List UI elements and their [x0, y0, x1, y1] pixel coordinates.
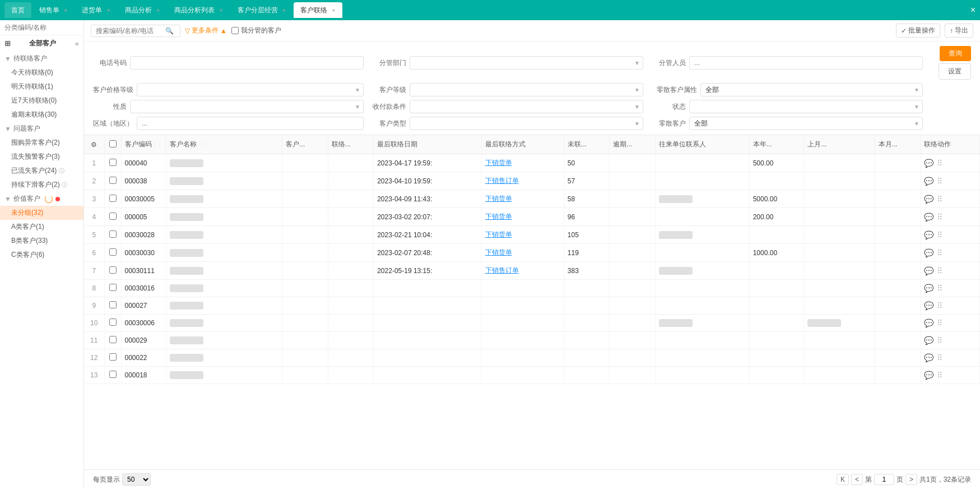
nature-select[interactable]: [130, 100, 364, 113]
customer-level-select[interactable]: [410, 83, 643, 96]
sort-icon2[interactable]: ⋮⋮: [198, 142, 207, 147]
message-icon[interactable]: 💬: [924, 195, 933, 204]
col-checkbox[interactable]: [104, 135, 121, 154]
sidebar-item-abnormal[interactable]: 囤购异常客户(2): [0, 136, 83, 150]
dept-select[interactable]: [410, 56, 643, 70]
search-input[interactable]: [96, 27, 163, 35]
tab-customer-contact[interactable]: 客户联络 ×: [294, 2, 342, 18]
tab-customer-contact-close[interactable]: ×: [332, 7, 335, 13]
row-checkbox[interactable]: [109, 248, 117, 256]
collapse-icon[interactable]: «: [75, 39, 79, 48]
more-actions-icon[interactable]: ⠿: [937, 230, 942, 239]
more-actions-icon[interactable]: ⠿: [937, 177, 942, 186]
reset-button[interactable]: 设置: [939, 63, 971, 80]
row-checkbox[interactable]: [109, 353, 117, 361]
row-checkbox[interactable]: [109, 213, 117, 220]
sidebar-item-churn-warning[interactable]: 流失预警客户(3): [0, 150, 83, 164]
page-size-select[interactable]: 50 100 200: [122, 473, 151, 486]
row-checkbox[interactable]: [109, 230, 117, 238]
query-button[interactable]: 查询: [940, 46, 971, 61]
more-actions-icon[interactable]: ⠿: [937, 213, 942, 222]
last-method-link[interactable]: 下销售订单: [485, 177, 519, 184]
row-checkbox[interactable]: [109, 159, 117, 166]
page-number-input[interactable]: [874, 474, 894, 485]
more-actions-icon[interactable]: ⠿: [937, 353, 942, 362]
row-checkbox[interactable]: [109, 336, 117, 343]
sidebar-item-churned[interactable]: 已流失客户(24) ⓘ: [0, 164, 83, 178]
more-actions-icon[interactable]: ⠿: [937, 159, 942, 168]
payment-select[interactable]: [410, 100, 643, 113]
message-icon[interactable]: 💬: [924, 159, 933, 168]
message-icon[interactable]: 💬: [924, 213, 933, 222]
price-level-select[interactable]: [137, 83, 364, 96]
message-icon[interactable]: 💬: [924, 336, 933, 345]
next-page-button[interactable]: >: [905, 474, 917, 485]
message-icon[interactable]: 💬: [924, 319, 933, 327]
all-customers-header[interactable]: ⊞ 全部客户 «: [0, 35, 83, 52]
status-select[interactable]: [689, 100, 923, 113]
sidebar-item-class-c[interactable]: C类客户(6): [0, 248, 83, 262]
tab-goods-analysis-list-close[interactable]: ×: [219, 7, 222, 13]
sidebar-search-input[interactable]: [4, 24, 84, 31]
message-icon[interactable]: 💬: [924, 301, 933, 310]
message-icon[interactable]: 💬: [924, 371, 933, 380]
sort-icon[interactable]: ⋮⋮: [153, 142, 162, 147]
customer-type-select[interactable]: [410, 117, 643, 130]
last-method-link[interactable]: 下销售订单: [485, 266, 519, 274]
retail-customer-select[interactable]: 全部: [689, 117, 923, 130]
more-actions-icon[interactable]: ⠿: [937, 301, 942, 310]
row-checkbox[interactable]: [109, 301, 117, 308]
last-method-link[interactable]: 下销货单: [485, 230, 512, 238]
sidebar-group-problem[interactable]: ▼ 问题客户: [0, 122, 83, 136]
search-icon[interactable]: 🔍: [165, 27, 174, 35]
tab-customer-segment[interactable]: 客户分层经营 ×: [231, 2, 292, 18]
phone-input[interactable]: [130, 56, 364, 70]
message-icon[interactable]: 💬: [924, 266, 933, 275]
sidebar-item-declining[interactable]: 持续下滑客户(2) ⓘ: [0, 178, 83, 192]
close-all-button[interactable]: ×: [970, 5, 976, 15]
my-customers-checkbox[interactable]: [231, 27, 239, 34]
message-icon[interactable]: 💬: [924, 284, 933, 293]
col-settings[interactable]: ⚙: [84, 135, 104, 154]
tab-goods-analysis-list[interactable]: 商品分析列表 ×: [168, 2, 229, 18]
tab-customer-segment-close[interactable]: ×: [282, 7, 286, 13]
refresh-badge[interactable]: [45, 195, 60, 203]
row-checkbox[interactable]: [109, 177, 117, 184]
row-checkbox[interactable]: [109, 284, 117, 291]
region-input[interactable]: [137, 117, 364, 130]
sidebar-item-class-b[interactable]: B类客户(33): [0, 234, 83, 248]
tab-sales[interactable]: 销售单 ×: [32, 2, 74, 18]
more-filters-button[interactable]: ▽ 更多条件 ▲: [185, 26, 227, 35]
tab-home[interactable]: 首页: [4, 2, 31, 18]
more-actions-icon[interactable]: ⠿: [937, 319, 942, 327]
sidebar-item-7days-pending[interactable]: 近7天待联络(0): [0, 94, 83, 108]
row-checkbox[interactable]: [109, 319, 117, 326]
more-actions-icon[interactable]: ⠿: [937, 248, 942, 257]
message-icon[interactable]: 💬: [924, 248, 933, 257]
prev-page-button[interactable]: <: [851, 474, 863, 485]
sidebar-item-ungrouped[interactable]: 未分组(32): [0, 206, 83, 220]
sidebar-item-tomorrow-pending[interactable]: 明天待联络(1): [0, 80, 83, 94]
message-icon[interactable]: 💬: [924, 353, 933, 362]
row-checkbox[interactable]: [109, 371, 117, 378]
more-actions-icon[interactable]: ⠿: [937, 371, 942, 380]
last-method-link[interactable]: 下销货单: [485, 195, 512, 202]
more-actions-icon[interactable]: ⠿: [937, 284, 942, 293]
export-button[interactable]: ↑ 导出: [945, 24, 973, 38]
sidebar-item-overdue-pending[interactable]: 逾期未联络(30): [0, 108, 83, 122]
last-method-link[interactable]: 下销货单: [485, 159, 512, 167]
last-method-link[interactable]: 下销货单: [485, 213, 512, 220]
message-icon[interactable]: 💬: [924, 230, 933, 239]
sidebar-group-pending[interactable]: ▼ 待联络客户: [0, 52, 83, 66]
more-actions-icon[interactable]: ⠿: [937, 266, 942, 275]
tab-goods-analysis[interactable]: 商品分析 ×: [118, 2, 166, 18]
last-method-link[interactable]: 下销货单: [485, 248, 512, 256]
row-checkbox[interactable]: [109, 195, 117, 202]
select-all-checkbox[interactable]: [109, 140, 117, 147]
first-page-button[interactable]: K: [837, 474, 849, 485]
tab-sales-close[interactable]: ×: [64, 7, 67, 13]
more-actions-icon[interactable]: ⠿: [937, 195, 942, 204]
tab-goods-analysis-close[interactable]: ×: [156, 7, 160, 13]
sidebar-item-class-a[interactable]: A类客户(1): [0, 220, 83, 234]
retail-attr-select[interactable]: 全部: [700, 83, 923, 96]
